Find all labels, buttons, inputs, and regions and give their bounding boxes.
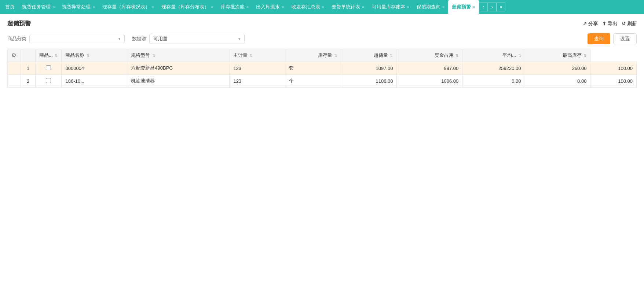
td-rownum-1: 2: [21, 75, 36, 88]
datasource-filter: 数据源 可用量 ▾: [132, 34, 245, 44]
th-over-stock[interactable]: 超储量 ⇅: [341, 49, 397, 62]
close-inout-flow[interactable]: ×: [282, 5, 284, 9]
nav-pick-exception[interactable]: 拣货异常处理 ×: [58, 0, 98, 14]
gear-icon[interactable]: ⚙: [11, 52, 16, 58]
chevron-down-icon: ▾: [118, 37, 121, 41]
close-current-stock-dist[interactable]: ×: [211, 5, 213, 9]
td-unit-1: 个: [285, 75, 341, 88]
share-icon: ↗: [583, 21, 587, 26]
th-product-name[interactable]: 商品名称 ⇅: [62, 49, 127, 62]
td-unit-0: 套: [285, 62, 341, 75]
th-capital[interactable]: 资金占用 ⇅: [397, 49, 462, 62]
nav-receive-summary[interactable]: 收发存汇总表 ×: [288, 0, 328, 14]
td-capital-1: 0.00: [462, 75, 525, 88]
th-unit[interactable]: 主计量 ⇅: [230, 49, 285, 62]
datasource-select[interactable]: 可用量 ▾: [149, 34, 245, 44]
refresh-icon: ↺: [622, 21, 626, 26]
sort-icon-over-stock: ⇅: [390, 53, 393, 58]
td-stock-0: 1097.00: [341, 62, 397, 75]
nav-more-btn[interactable]: ×: [497, 3, 505, 11]
td-stock-1: 1106.00: [341, 75, 397, 88]
sort-icon-product-code: ⇅: [55, 53, 58, 58]
td-spec-1: 123: [230, 75, 285, 88]
filter-buttons: 查询 设置: [588, 33, 637, 44]
close-quality-date[interactable]: ×: [442, 5, 444, 9]
td-checkbox-0[interactable]: [36, 62, 62, 75]
nav-next-btn[interactable]: ›: [488, 3, 497, 11]
th-avg[interactable]: 平均... ⇅: [462, 49, 525, 62]
category-select[interactable]: ▾: [29, 35, 125, 43]
td-settings-0: [8, 62, 21, 75]
category-filter: 商品分类 ▾: [7, 35, 125, 43]
row-checkbox-0[interactable]: [46, 65, 51, 70]
close-pick-exception[interactable]: ×: [92, 5, 95, 9]
nav-available-stock[interactable]: 可用量库存账本 ×: [368, 0, 413, 14]
close-order-stats[interactable]: ×: [362, 5, 364, 9]
page-content: 超储预警 ↗ 分享 ⬆ 导出 ↺ 刷新 商品分类 ▾ 数据源: [0, 14, 644, 93]
export-icon: ⬆: [602, 21, 606, 26]
nav-stock-batch[interactable]: 库存批次账 ×: [217, 0, 252, 14]
th-stock[interactable]: 库存量 ⇅: [285, 49, 341, 62]
sort-icon-avg: ⇅: [518, 53, 521, 58]
settings-button[interactable]: 设置: [613, 33, 637, 44]
td-product-code-1: 186-10...: [62, 75, 127, 88]
query-button[interactable]: 查询: [588, 33, 610, 44]
td-checkbox-1[interactable]: [36, 75, 62, 88]
refresh-button[interactable]: ↺ 刷新: [622, 21, 637, 27]
nav-inout-flow[interactable]: 出入库流水 ×: [252, 0, 288, 14]
td-capital-0: 259220.00: [462, 62, 525, 75]
nav-current-stock-status[interactable]: 现存量（库存状况表） ×: [99, 0, 158, 14]
td-product-name-0: 六配套新昌490BPG: [127, 62, 230, 75]
nav-quality-date[interactable]: 保质期查询 ×: [413, 0, 448, 14]
close-available-stock[interactable]: ×: [407, 5, 409, 9]
table-row: 2 186-10... 机油滤清器 123 个 1106.00 1006.00 …: [8, 75, 637, 88]
sort-icon-spec: ⇅: [152, 53, 155, 58]
close-receive-summary[interactable]: ×: [322, 5, 324, 9]
th-settings[interactable]: ⚙: [8, 49, 21, 62]
sort-icon-capital: ⇅: [455, 53, 458, 58]
td-avg-0: 260.00: [525, 62, 590, 75]
row-checkbox-1[interactable]: [46, 78, 51, 83]
table-row: 1 0000004 六配套新昌490BPG 123 套 1097.00 997.…: [8, 62, 637, 75]
sort-icon-max-stock: ⇅: [583, 53, 586, 58]
th-product-code[interactable]: 商品... ⇅: [36, 49, 62, 62]
close-overstock-warning[interactable]: ×: [473, 5, 475, 9]
nav-current-stock-dist[interactable]: 现存量（库存分布表） ×: [158, 0, 217, 14]
datasource-select-value: 可用量: [153, 36, 168, 42]
filter-row: 商品分类 ▾ 数据源 可用量 ▾ 查询 设置: [7, 33, 637, 44]
nav-home[interactable]: 首页: [1, 0, 18, 14]
td-max-stock-1: 100.00: [590, 75, 637, 88]
nav-prev-btn[interactable]: ‹: [479, 3, 488, 11]
sort-icon-product-name: ⇅: [87, 53, 89, 58]
nav-pick-task[interactable]: 拣货任务管理 ×: [18, 0, 58, 14]
td-product-code-0: 0000004: [62, 62, 127, 75]
td-spec-0: 123: [230, 62, 285, 75]
td-settings-1: [8, 75, 21, 88]
chevron-down-icon2: ▾: [238, 37, 241, 41]
td-over-stock-0: 997.00: [397, 62, 462, 75]
data-table: ⚙ 商品... ⇅ 商品名称 ⇅ 规格型号 ⇅ 主计量 ⇅: [7, 49, 637, 88]
share-button[interactable]: ↗ 分享: [583, 21, 598, 27]
td-avg-1: 0.00: [525, 75, 590, 88]
nav-overstock-warning[interactable]: 超储预警 ×: [448, 0, 479, 14]
topbar: 首页 拣货任务管理 × 拣货异常处理 × 现存量（库存状况表） × 现存量（库存…: [0, 0, 644, 14]
close-stock-batch[interactable]: ×: [246, 5, 249, 9]
page-title: 超储预警: [7, 20, 31, 27]
td-max-stock-0: 100.00: [590, 62, 637, 75]
close-current-stock-status[interactable]: ×: [152, 5, 154, 9]
th-spec[interactable]: 规格型号 ⇅: [127, 49, 230, 62]
td-over-stock-1: 1006.00: [397, 75, 462, 88]
category-label: 商品分类: [7, 36, 26, 42]
td-product-name-1: 机油滤清器: [127, 75, 230, 88]
datasource-label: 数据源: [132, 36, 146, 42]
table-header-row: ⚙ 商品... ⇅ 商品名称 ⇅ 规格型号 ⇅ 主计量 ⇅: [8, 49, 637, 62]
close-pick-task[interactable]: ×: [52, 5, 55, 9]
page-actions: ↗ 分享 ⬆ 导出 ↺ 刷新: [583, 21, 637, 27]
sort-icon-stock: ⇅: [334, 53, 337, 58]
th-rownum: [21, 49, 36, 62]
sort-icon-unit: ⇅: [250, 53, 253, 58]
nav-order-stats[interactable]: 要货单统计表 ×: [328, 0, 368, 14]
td-rownum-0: 1: [21, 62, 36, 75]
export-button[interactable]: ⬆ 导出: [602, 21, 617, 27]
th-max-stock[interactable]: 最高库存 ⇅: [525, 49, 590, 62]
